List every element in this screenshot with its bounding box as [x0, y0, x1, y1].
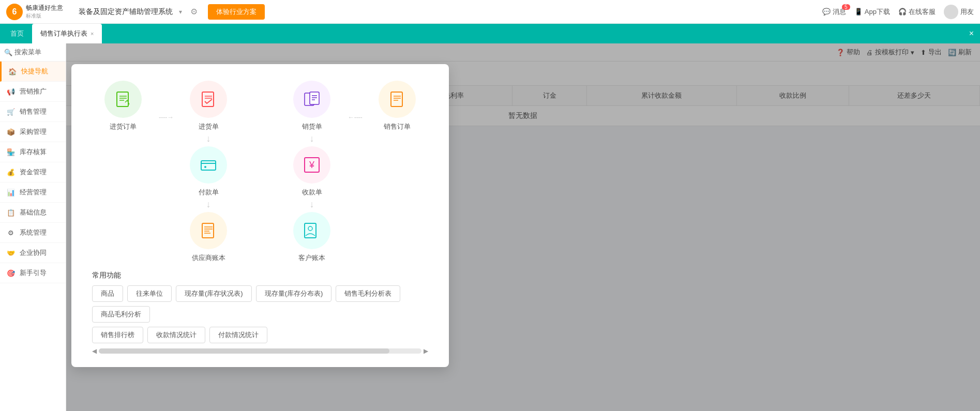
- sales-bill-circle: [293, 81, 330, 118]
- sales-bill-node[interactable]: 销货单: [281, 81, 343, 131]
- online-service-button[interactable]: 🎧 在线客服: [898, 7, 936, 17]
- svg-rect-12: [391, 92, 402, 106]
- sidebar-item-basic[interactable]: 📋 基础信息: [0, 203, 66, 223]
- purchase-bill-icon: [199, 90, 218, 109]
- func-partner[interactable]: 往来单位: [127, 285, 172, 302]
- message-button[interactable]: 💬 消息 5: [822, 7, 846, 17]
- sales-bill-label: 销货单: [302, 122, 322, 131]
- svg-rect-16: [201, 161, 216, 170]
- supplier-ledger-circle: [190, 212, 227, 249]
- func-product-gross[interactable]: 商品毛利分析: [92, 306, 150, 323]
- purchase-order-label: 进货订单: [110, 122, 137, 131]
- svg-rect-8: [310, 92, 319, 104]
- tab-sales-order[interactable]: 销售订单执行表 ×: [32, 24, 102, 43]
- tab-sales-order-label: 销售订单执行表: [40, 29, 87, 38]
- sidebar-item-inventory[interactable]: 🏪 库存核算: [0, 142, 66, 162]
- sidebar-item-quick-nav[interactable]: 🏠 快捷导航: [0, 62, 66, 82]
- customer-ledger-node[interactable]: 客户账本: [281, 212, 343, 263]
- func-payment-stat[interactable]: 付款情况统计: [209, 327, 267, 343]
- sidebar-enterprise-label: 企业协同: [20, 248, 47, 257]
- scrollbar-thumb: [99, 348, 389, 354]
- logo-text: 畅康通好生意 标准版: [26, 4, 63, 19]
- scroll-left-icon[interactable]: ◀: [92, 347, 97, 355]
- sidebar-finance-label: 资金管理: [20, 168, 47, 177]
- operation-icon: 📊: [6, 188, 16, 197]
- main-layout: 🔍 搜索菜单 🏠 快捷导航 📢 营销推广 🛒 销售管理 📦 采购管理 🏪 库存核…: [0, 43, 980, 411]
- close-all-tabs-icon[interactable]: ×: [969, 29, 974, 38]
- purchase-order-icon: [114, 90, 132, 109]
- newbie-icon: 🎯: [6, 268, 16, 278]
- sidebar-item-marketing[interactable]: 📢 营销推广: [0, 82, 66, 102]
- func-stock-dist[interactable]: 现存量(库存分布表): [256, 285, 332, 302]
- settings-icon[interactable]: ⚙: [190, 7, 198, 17]
- sidebar-purchase-label: 采购管理: [20, 127, 47, 136]
- modal-overlay: 进货订单 - - - - →: [66, 43, 980, 411]
- func-stock-status[interactable]: 现存量(库存状况表): [176, 285, 252, 302]
- message-icon: 💬: [822, 8, 831, 16]
- sales-order-circle: [379, 81, 416, 118]
- sales-bill-icon: [303, 90, 321, 109]
- func-receipt-stat[interactable]: 收款情况统计: [147, 327, 205, 343]
- customer-ledger-label: 客户账本: [298, 253, 325, 263]
- purchase-order-node[interactable]: 进货订单: [92, 81, 154, 131]
- payment-bill-node[interactable]: 付款单: [177, 146, 239, 197]
- common-funcs-title: 常用功能: [92, 271, 428, 280]
- receipt-bill-node[interactable]: ¥ 收款单: [281, 146, 343, 197]
- system-dropdown-icon[interactable]: ▾: [179, 8, 182, 16]
- sidebar-item-purchase[interactable]: 📦 采购管理: [0, 122, 66, 142]
- payment-bill-icon: [199, 156, 218, 174]
- sidebar-search[interactable]: 🔍 搜索菜单: [0, 43, 66, 62]
- enterprise-icon: 🤝: [6, 248, 16, 257]
- app-download-button[interactable]: 📱 App下载: [854, 7, 890, 17]
- experience-button[interactable]: 体验行业方案: [208, 4, 265, 20]
- sidebar-item-system[interactable]: ⚙ 系统管理: [0, 223, 66, 243]
- customer-ledger-icon: [303, 221, 321, 240]
- sidebar-operation-label: 经营管理: [20, 188, 47, 197]
- message-badge: 5: [842, 4, 850, 10]
- headset-icon: 🎧: [898, 8, 907, 16]
- sidebar-item-newbie[interactable]: 🎯 新手引导: [0, 263, 66, 283]
- sidebar-basic-label: 基础信息: [20, 208, 47, 217]
- scroll-right-icon[interactable]: ▶: [424, 347, 428, 355]
- svg-rect-0: [117, 92, 128, 106]
- sidebar-sales-label: 销售管理: [20, 107, 47, 116]
- sales-icon: 🛒: [6, 107, 16, 116]
- sales-order-icon: [388, 90, 406, 109]
- customer-ledger-circle: [293, 212, 330, 249]
- func-sales-gross[interactable]: 销售毛利分析表: [336, 285, 400, 302]
- quick-nav-icon: 🏠: [8, 67, 17, 76]
- content-area: ❓ 帮助 🖨 按模板打印 ▾ ⬆ 导出 🔄 刷新 📅 单据状态: [66, 43, 980, 411]
- sidebar-item-enterprise[interactable]: 🤝 企业协同: [0, 243, 66, 263]
- func-product[interactable]: 商品: [92, 285, 123, 302]
- search-icon: 🔍: [4, 49, 12, 56]
- sales-order-node[interactable]: 销售订单: [366, 81, 428, 131]
- svg-point-27: [308, 226, 312, 231]
- tab-close-icon[interactable]: ×: [91, 31, 94, 37]
- tab-home[interactable]: 首页: [2, 24, 32, 43]
- func-sales-rank[interactable]: 销售排行榜: [92, 327, 143, 343]
- svg-rect-21: [202, 223, 214, 238]
- supplier-ledger-icon: [199, 221, 218, 240]
- func-row-1: 商品 往来单位 现存量(库存状况表) 现存量(库存分布表) 销售毛利分析表 商品…: [92, 285, 428, 323]
- phone-icon: 📱: [854, 8, 863, 16]
- svg-point-18: [204, 166, 206, 168]
- sidebar-system-label: 系统管理: [20, 228, 47, 237]
- receipt-bill-label: 收款单: [302, 188, 322, 197]
- finance-icon: 💰: [6, 168, 16, 177]
- common-functions-section: 常用功能 商品 往来单位 现存量(库存状况表) 现存量(库存分布表) 销售毛利分…: [92, 271, 428, 343]
- sidebar-item-operation[interactable]: 📊 经营管理: [0, 182, 66, 203]
- user-name: 用友: [960, 7, 974, 17]
- sidebar-item-finance[interactable]: 💰 资金管理: [0, 162, 66, 182]
- payment-bill-circle: [190, 146, 227, 184]
- supplier-ledger-node[interactable]: 供应商账本: [177, 212, 239, 263]
- tab-home-label: 首页: [10, 29, 24, 38]
- purchase-bill-node[interactable]: 进货单: [177, 81, 239, 131]
- user-area[interactable]: 用友: [944, 5, 974, 19]
- sidebar-search-label: 搜索菜单: [14, 48, 41, 57]
- modal-scrollbar-area: ◀ ▶: [92, 347, 428, 355]
- purchase-order-circle: [104, 81, 142, 118]
- system-icon: ⚙: [6, 228, 16, 237]
- nav-tabs: 首页 销售订单执行表 × ×: [0, 24, 980, 43]
- header-right: 💬 消息 5 📱 App下载 🎧 在线客服 用友: [822, 5, 974, 19]
- sidebar-item-sales[interactable]: 🛒 销售管理: [0, 102, 66, 122]
